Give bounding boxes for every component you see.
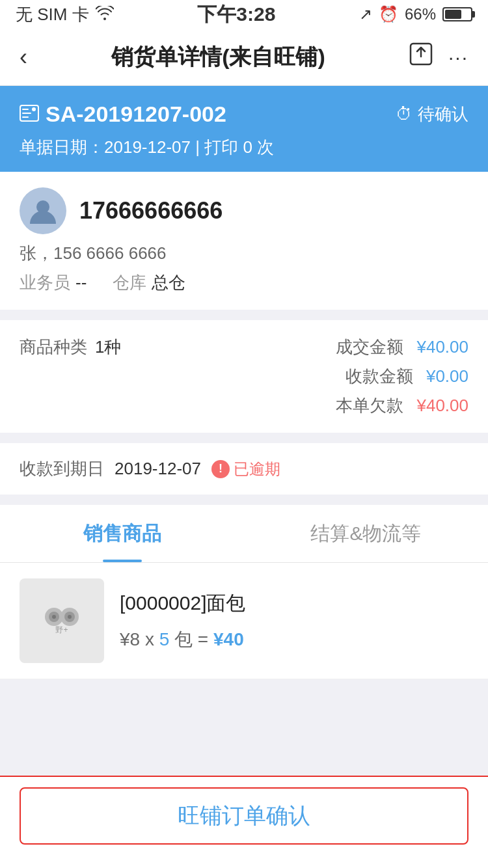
sales-value: -- xyxy=(75,273,87,293)
svg-text:野+: 野+ xyxy=(55,625,68,634)
due-date-value: 2019-12-07 xyxy=(115,459,201,479)
order-date-info: 单据日期：2019-12-07 | 打印 0 次 xyxy=(20,136,468,159)
product-display-name: 面包 xyxy=(206,592,245,614)
debt-value: ¥40.00 xyxy=(416,396,468,416)
tab-sales-label: 销售商品 xyxy=(83,521,161,547)
date-separator: | xyxy=(195,137,200,157)
product-unit: 包 xyxy=(174,629,193,649)
confirm-button[interactable]: 旺铺订单确认 xyxy=(20,787,468,845)
print-info: 打印 0 次 xyxy=(204,137,274,157)
amount-value: ¥40.00 xyxy=(416,337,468,357)
order-id-icon xyxy=(20,102,39,127)
overdue-text: 已逾期 xyxy=(234,459,280,480)
date-label: 单据日期： xyxy=(20,137,104,157)
type-label: 商品种类 xyxy=(20,336,87,359)
battery-icon xyxy=(442,7,472,21)
amount-row: 成交金额 ¥40.00 xyxy=(336,336,468,359)
received-value: ¥0.00 xyxy=(426,366,468,387)
date-value: 2019-12-07 xyxy=(104,137,191,157)
nav-actions: ··· xyxy=(409,42,468,72)
product-total: ¥40 xyxy=(213,629,244,649)
warehouse-value: 总仓 xyxy=(152,271,185,294)
debt-row: 本单欠款 ¥40.00 xyxy=(336,394,468,417)
customer-meta: 业务员 -- 仓库 总仓 xyxy=(20,271,468,294)
status-text: 待确认 xyxy=(418,103,468,126)
debt-label: 本单欠款 xyxy=(336,394,403,417)
product-price: ¥8 xyxy=(120,629,140,649)
overdue-badge: ! 已逾期 xyxy=(211,459,280,480)
page-title: 销货单详情(来自旺铺) xyxy=(111,42,325,72)
product-logo-icon: 野+ xyxy=(36,597,88,644)
product-code: [0000002] xyxy=(120,592,206,614)
status-clock-icon: ⏱ xyxy=(396,104,413,124)
order-status: ⏱ 待确认 xyxy=(396,103,468,126)
multiply-sign: x xyxy=(145,629,159,649)
nav-bar: ‹ 销货单详情(来自旺铺) ··· xyxy=(0,29,488,86)
customer-phone: 17666666666 xyxy=(79,197,223,224)
status-bar: 无 SIM 卡 下午3:28 ↗ ⏰ 66% xyxy=(0,0,488,29)
product-qty: 5 xyxy=(159,629,170,649)
location-icon: ↗ xyxy=(359,5,372,23)
customer-top: 17666666666 xyxy=(20,187,468,234)
summary-right: 成交金额 ¥40.00 收款金额 ¥0.00 本单欠款 ¥40.00 xyxy=(336,336,468,417)
tab-settle[interactable]: 结算&物流等 xyxy=(244,505,488,562)
summary-card: 商品种类 1种 成交金额 ¥40.00 收款金额 ¥0.00 本单欠款 ¥40.… xyxy=(0,320,488,433)
svg-point-2 xyxy=(32,107,36,111)
share-button[interactable] xyxy=(409,42,433,72)
order-id-text: SA-20191207-002 xyxy=(46,102,226,127)
warehouse-meta: 仓库 总仓 xyxy=(113,271,185,294)
product-name: [0000002]面包 xyxy=(120,590,468,617)
product-type-row: 商品种类 1种 xyxy=(20,336,121,359)
avatar xyxy=(20,187,66,234)
alarm-icon: ⏰ xyxy=(379,5,398,23)
amount-label: 成交金额 xyxy=(336,336,403,359)
order-header: SA-20191207-002 ⏱ 待确认 单据日期：2019-12-07 | … xyxy=(0,86,488,172)
summary-left: 商品种类 1种 xyxy=(20,336,121,359)
product-item: 野+ [0000002]面包 ¥8 x 5 包 = ¥40 xyxy=(0,563,488,679)
more-button[interactable]: ··· xyxy=(448,46,468,68)
due-date-card: 收款到期日 2019-12-07 ! 已逾期 xyxy=(0,443,488,495)
due-date-label: 收款到期日 xyxy=(20,457,104,480)
tab-sales[interactable]: 销售商品 xyxy=(0,505,244,562)
received-row: 收款金额 ¥0.00 xyxy=(346,365,468,388)
status-time: 下午3:28 xyxy=(197,1,275,28)
wifi-icon xyxy=(96,5,114,25)
tabs: 销售商品 结算&物流等 xyxy=(0,505,488,563)
received-label: 收款金额 xyxy=(346,365,413,388)
warehouse-label: 仓库 xyxy=(113,271,146,294)
product-section: 野+ [0000002]面包 ¥8 x 5 包 = ¥40 xyxy=(0,563,488,679)
type-value: 1种 xyxy=(95,336,121,359)
battery-label: 66% xyxy=(405,5,436,23)
customer-info: 张，156 6666 6666 xyxy=(20,242,468,265)
status-left: 无 SIM 卡 xyxy=(16,3,114,26)
back-button[interactable]: ‹ xyxy=(20,44,27,71)
customer-card: 17666666666 张，156 6666 6666 业务员 -- 仓库 总仓 xyxy=(0,172,488,310)
order-id: SA-20191207-002 xyxy=(20,102,226,127)
equals-sign: = xyxy=(198,629,213,649)
overdue-icon: ! xyxy=(211,460,230,478)
sales-label: 业务员 xyxy=(20,271,70,294)
status-right: ↗ ⏰ 66% xyxy=(359,5,472,23)
tab-settle-label: 结算&物流等 xyxy=(310,521,421,547)
sales-meta: 业务员 -- xyxy=(20,271,87,294)
svg-point-9 xyxy=(68,615,72,619)
order-header-top: SA-20191207-002 ⏱ 待确认 xyxy=(20,102,468,127)
bottom-action: 旺铺订单确认 xyxy=(0,776,488,868)
carrier-label: 无 SIM 卡 xyxy=(16,3,89,26)
svg-point-8 xyxy=(52,615,56,619)
product-price-row: ¥8 x 5 包 = ¥40 xyxy=(120,627,468,652)
product-info: [0000002]面包 ¥8 x 5 包 = ¥40 xyxy=(120,590,468,652)
product-image: 野+ xyxy=(20,578,104,663)
